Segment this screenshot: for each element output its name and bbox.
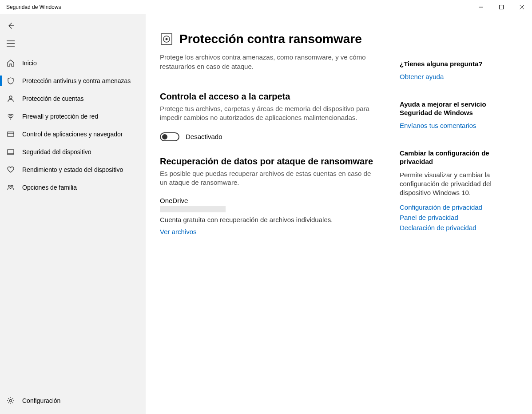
window-title: Seguridad de Windows [6, 4, 61, 10]
aside-help: ¿Tienes alguna pregunta? Obtener ayuda [400, 60, 515, 80]
nav-label: Control de aplicaciones y navegador [22, 131, 123, 138]
aside-privacy-heading: Cambiar la configuración de privacidad [400, 149, 515, 166]
device-icon [6, 147, 15, 156]
account-desc: Cuenta gratuita con recuperación de arch… [160, 216, 400, 223]
maximize-icon [499, 5, 504, 9]
main: Protección contra ransomware Protege los… [146, 14, 532, 414]
heart-icon [6, 165, 15, 174]
content: Protección contra ransomware Protege los… [160, 32, 400, 414]
back-button[interactable] [0, 17, 21, 35]
page-subtitle: Protege los archivos contra amenazas, co… [160, 52, 373, 71]
nav-label: Protección antivirus y contra amenazas [22, 77, 131, 84]
svg-point-13 [8, 185, 10, 187]
nav-device-security[interactable]: Seguridad del dispositivo [0, 143, 146, 161]
sidebar: Inicio Protección antivirus y contra ame… [0, 14, 146, 414]
account-redacted [160, 206, 226, 212]
privacy-settings-link[interactable]: Configuración de privacidad [400, 203, 515, 211]
hamburger-icon [7, 40, 15, 47]
aside-privacy-desc: Permite visualizar y cambiar la configur… [400, 171, 515, 198]
hamburger-button[interactable] [0, 35, 21, 52]
svg-rect-1 [500, 5, 504, 9]
close-icon [520, 5, 524, 9]
nav-home[interactable]: Inicio [0, 54, 146, 72]
page-header: Protección contra ransomware [160, 32, 400, 46]
nav-label: Protección de cuentas [22, 95, 84, 102]
nav-app-browser[interactable]: Control de aplicaciones y navegador [0, 125, 146, 143]
nav-list: Inicio Protección antivirus y contra ame… [0, 54, 146, 196]
svg-point-14 [11, 185, 13, 187]
network-icon [6, 112, 15, 121]
aside-improve: Ayuda a mejorar el servicio Seguridad de… [400, 100, 515, 129]
person-icon [6, 94, 15, 103]
nav-performance[interactable]: Rendimiento y estado del dispositivo [0, 161, 146, 179]
aside: ¿Tienes alguna pregunta? Obtener ayuda A… [400, 32, 524, 414]
aside-improve-heading: Ayuda a mejorar el servicio Seguridad de… [400, 100, 515, 117]
close-button[interactable] [512, 0, 532, 14]
body: Inicio Protección antivirus y contra ame… [0, 14, 532, 414]
nav-virus-threat[interactable]: Protección antivirus y contra amenazas [0, 72, 146, 90]
window-controls [471, 0, 532, 14]
nav-family[interactable]: Opciones de familia [0, 179, 146, 196]
ransomware-icon [160, 32, 173, 46]
folder-access-toggle[interactable] [160, 132, 179, 141]
gear-icon [6, 396, 15, 405]
nav-label: Seguridad del dispositivo [22, 148, 91, 155]
nav-label: Configuración [22, 397, 60, 404]
family-icon [6, 183, 15, 192]
get-help-link[interactable]: Obtener ayuda [400, 73, 515, 80]
nav-account[interactable]: Protección de cuentas [0, 90, 146, 107]
folder-access-desc: Protege tus archivos, carpetas y áreas d… [160, 104, 373, 123]
toggle-state-label: Desactivado [186, 133, 222, 140]
svg-point-15 [10, 400, 12, 402]
home-icon [6, 59, 15, 68]
nav-label: Firewall y protección de red [22, 113, 98, 120]
recovery-heading: Recuperación de datos por ataque de rans… [160, 156, 400, 167]
app-icon [6, 130, 15, 139]
title-bar: Seguridad de Windows [0, 0, 532, 14]
feedback-link[interactable]: Envíanos tus comentarios [400, 122, 515, 129]
view-files-link[interactable]: Ver archivos [160, 228, 400, 235]
svg-rect-9 [8, 132, 14, 136]
svg-point-18 [166, 38, 168, 40]
page-title: Protección contra ransomware [179, 32, 362, 46]
aside-help-heading: ¿Tienes alguna pregunta? [400, 60, 515, 68]
nav-settings[interactable]: Configuración [0, 392, 146, 410]
recovery-desc: Es posible que puedas recuperar archivos… [160, 169, 373, 187]
nav-firewall[interactable]: Firewall y protección de red [0, 107, 146, 125]
aside-privacy: Cambiar la configuración de privacidad P… [400, 149, 515, 232]
minimize-button[interactable] [471, 0, 491, 14]
nav-label: Inicio [22, 60, 37, 67]
nav-label: Rendimiento y estado del dispositivo [22, 166, 123, 173]
folder-access-heading: Controla el acceso a la carpeta [160, 92, 400, 102]
back-arrow-icon [7, 22, 15, 30]
recovery-section: Recuperación de datos por ataque de rans… [160, 156, 400, 236]
shield-icon [6, 76, 15, 85]
privacy-panel-link[interactable]: Panel de privacidad [400, 214, 515, 221]
svg-rect-11 [8, 150, 14, 154]
svg-point-8 [10, 119, 11, 119]
svg-point-7 [9, 96, 12, 99]
maximize-button[interactable] [491, 0, 512, 14]
nav-label: Opciones de familia [22, 184, 77, 191]
folder-access-section: Controla el acceso a la carpeta Protege … [160, 92, 400, 141]
privacy-statement-link[interactable]: Declaración de privacidad [400, 224, 515, 231]
window: Seguridad de Windows [0, 0, 532, 414]
minimize-icon [479, 5, 483, 9]
onedrive-label: OneDrive [160, 197, 400, 204]
